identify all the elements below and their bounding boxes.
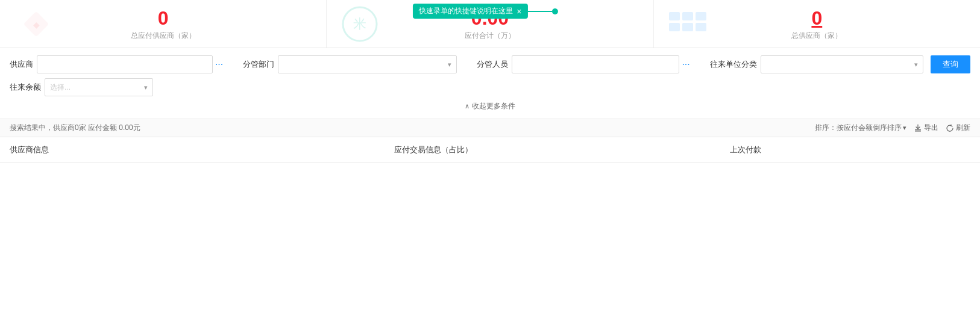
department-select[interactable]: ▾ <box>278 55 456 73</box>
filter-row-1: 供应商 ··· 分管部门 ▾ 分管人员 ··· 往来单位分类 ▾ <box>10 55 970 73</box>
unit-category-filter: 往来单位分类 ▾ <box>710 55 923 73</box>
refresh-button[interactable]: 刷新 <box>946 123 970 133</box>
table-header: 供应商信息 应付交易信息（占比） 上次付款 <box>0 137 980 163</box>
result-summary: 搜索结果中，供应商0家 应付金额 0.00元 <box>10 123 140 133</box>
sort-label: 排序：按应付会额倒序排序 <box>815 123 902 133</box>
filter-row-2: 往来余额 选择... ▾ <box>10 78 970 96</box>
svg-rect-11 <box>915 131 921 131</box>
total-suppliers-number: 0 <box>811 7 822 29</box>
result-actions: 排序：按应付会额倒序排序 ▾ 导出 刷新 <box>815 123 970 133</box>
svg-rect-10 <box>915 129 921 131</box>
unit-category-arrow: ▾ <box>914 61 918 69</box>
manager-filter: 分管人员 ··· <box>477 55 690 73</box>
query-button[interactable]: 查询 <box>931 55 970 73</box>
stat-total-suppliers: 0 总供应商（家） <box>654 0 980 48</box>
tooltip-text: 快速录单的快捷键说明在这里 <box>419 6 513 16</box>
supplier-input[interactable] <box>37 55 213 73</box>
collapse-row: ∧ 收起更多条件 <box>10 99 970 114</box>
export-label: 导出 <box>924 123 938 133</box>
payable-total-label: 应付合计（万） <box>465 31 515 41</box>
tooltip-close-button[interactable]: × <box>517 7 521 16</box>
export-icon <box>914 124 922 132</box>
department-arrow: ▾ <box>448 61 451 69</box>
department-filter: 分管部门 ▾ <box>243 55 456 73</box>
svg-rect-4 <box>669 12 680 20</box>
department-label: 分管部门 <box>243 59 274 70</box>
col-transaction-header: 应付交易信息（占比） <box>394 144 730 155</box>
payable-suppliers-label: 总应付供应商（家） <box>131 31 196 41</box>
diamond-icon: ◆ <box>18 6 54 42</box>
svg-rect-8 <box>682 23 693 31</box>
export-button[interactable]: 导出 <box>914 123 938 133</box>
refresh-label: 刷新 <box>956 123 970 133</box>
svg-rect-5 <box>682 12 693 20</box>
svg-rect-9 <box>696 23 706 31</box>
collapse-button[interactable]: ∧ 收起更多条件 <box>457 99 523 114</box>
unit-category-select[interactable]: ▾ <box>761 55 923 73</box>
refresh-icon <box>946 124 954 132</box>
balance-label: 往来余额 <box>10 82 41 93</box>
stats-bar: ◆ 0 总应付供应商（家） 米 快速录单的快捷键说明在这里 × 0.00 应付合… <box>0 0 980 48</box>
stat-payable-total: 米 快速录单的快捷键说明在这里 × 0.00 应付合计（万） <box>327 0 653 48</box>
balance-select[interactable]: 选择... ▾ <box>45 78 153 96</box>
unit-category-label: 往来单位分类 <box>710 59 757 70</box>
manager-input[interactable] <box>512 55 680 73</box>
col-payment-header: 上次付款 <box>730 144 970 155</box>
grid-icon <box>666 9 708 39</box>
tooltip-bar: 快速录单的快捷键说明在这里 × <box>413 4 527 19</box>
manager-dots[interactable]: ··· <box>682 59 689 70</box>
stat-payable-suppliers: ◆ 0 总应付供应商（家） <box>0 0 327 48</box>
svg-text:米: 米 <box>353 16 366 31</box>
balance-arrow: ▾ <box>144 84 148 91</box>
svg-rect-6 <box>696 12 706 20</box>
collapse-label: 收起更多条件 <box>472 101 515 111</box>
coin-icon: 米 <box>339 3 381 45</box>
manager-label: 分管人员 <box>477 59 508 70</box>
collapse-icon: ∧ <box>465 102 470 110</box>
sort-button[interactable]: 排序：按应付会额倒序排序 ▾ <box>815 123 906 133</box>
svg-text:◆: ◆ <box>33 20 40 29</box>
col-supplier-header: 供应商信息 <box>10 144 394 155</box>
sort-arrow: ▾ <box>903 124 906 132</box>
payable-suppliers-number: 0 <box>158 7 169 29</box>
supplier-filter: 供应商 ··· <box>10 55 223 73</box>
table-body <box>0 163 980 310</box>
supplier-dots[interactable]: ··· <box>215 59 223 70</box>
supplier-label: 供应商 <box>10 59 33 70</box>
svg-rect-7 <box>669 23 680 31</box>
balance-placeholder: 选择... <box>50 82 71 93</box>
result-bar: 搜索结果中，供应商0家 应付金额 0.00元 排序：按应付会额倒序排序 ▾ 导出… <box>0 119 980 137</box>
filter-area: 供应商 ··· 分管部门 ▾ 分管人员 ··· 往来单位分类 ▾ <box>0 48 980 119</box>
total-suppliers-label: 总供应商（家） <box>791 31 842 41</box>
